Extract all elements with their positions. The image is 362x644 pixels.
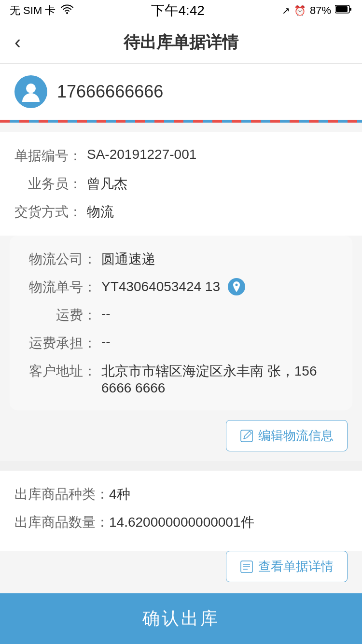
page-title: 待出库单据详情 bbox=[124, 31, 238, 54]
tracking-number: YT43064053424 13 bbox=[101, 279, 220, 294]
tracking-location-icon[interactable] bbox=[228, 278, 245, 295]
edit-logistics-button[interactable]: 编辑物流信息 bbox=[226, 420, 348, 451]
view-details-button[interactable]: 查看单据详情 bbox=[226, 551, 348, 582]
back-button[interactable]: ‹ bbox=[14, 31, 21, 53]
delivery-method-label: 交货方式： bbox=[14, 203, 82, 221]
freight-bearer-label: 运费承担： bbox=[24, 334, 97, 352]
order-number-label: 单据编号： bbox=[14, 147, 82, 165]
customer-phone: 17666666666 bbox=[57, 82, 163, 102]
freight-value: -- bbox=[101, 306, 338, 322]
staff-label: 业务员： bbox=[14, 175, 82, 193]
location-status-icon: ↗ bbox=[282, 5, 290, 16]
confirm-button-label: 确认出库 bbox=[142, 607, 220, 630]
wifi-icon bbox=[60, 4, 74, 17]
tracking-row: 物流单号： YT43064053424 13 bbox=[24, 278, 338, 296]
edit-logistics-label: 编辑物流信息 bbox=[258, 427, 334, 444]
address-row: 客户地址： 北京市市辖区海淀区永丰南 张，156 6666 6666 bbox=[24, 362, 338, 396]
tracking-value-wrap: YT43064053424 13 bbox=[101, 278, 338, 295]
tracking-label: 物流单号： bbox=[24, 278, 97, 296]
logistics-company-row: 物流公司： 圆通速递 bbox=[24, 250, 338, 268]
delivery-method-value: 物流 bbox=[87, 203, 348, 221]
address-label: 客户地址： bbox=[24, 362, 97, 380]
order-info-section: 单据编号： SA-20191227-001 业务员： 曾凡杰 交货方式： 物流 bbox=[0, 132, 362, 236]
dashed-divider bbox=[0, 120, 362, 123]
svg-rect-2 bbox=[336, 6, 348, 12]
svg-rect-1 bbox=[349, 8, 351, 11]
svg-point-3 bbox=[26, 84, 36, 93]
goods-types-row: 出库商品种类： 4种 bbox=[14, 485, 348, 504]
avatar bbox=[14, 75, 47, 108]
logistics-card: 物流公司： 圆通速递 物流单号： YT43064053424 13 运费： --… bbox=[10, 236, 352, 410]
battery-icon bbox=[335, 4, 352, 17]
logistics-company-value: 圆通速递 bbox=[101, 250, 338, 268]
goods-quantity-value: 14.620000000000001件 bbox=[109, 513, 254, 532]
goods-quantity-label: 出库商品数量： bbox=[14, 513, 109, 532]
alarm-icon: ⏰ bbox=[294, 5, 306, 16]
address-value: 北京市市辖区海淀区永丰南 张，156 6666 6666 bbox=[101, 362, 338, 396]
svg-point-4 bbox=[236, 284, 238, 286]
nav-bar: ‹ 待出库单据详情 bbox=[0, 21, 362, 64]
status-right: ↗ ⏰ 87% bbox=[282, 4, 352, 17]
goods-types-label: 出库商品种类： bbox=[14, 485, 109, 504]
freight-bearer-row: 运费承担： -- bbox=[24, 334, 338, 352]
order-number-row: 单据编号： SA-20191227-001 bbox=[14, 147, 348, 165]
status-bar: 无 SIM 卡 下午4:42 ↗ ⏰ 87% bbox=[0, 0, 362, 21]
view-details-label: 查看单据详情 bbox=[258, 558, 334, 575]
logistics-company-label: 物流公司： bbox=[24, 250, 97, 268]
customer-header: 17666666666 bbox=[0, 64, 362, 120]
goods-section: 出库商品种类： 4种 出库商品数量： 14.620000000000001件 bbox=[0, 471, 362, 551]
section-divider bbox=[0, 461, 362, 471]
battery-level: 87% bbox=[310, 4, 331, 17]
status-left: 无 SIM 卡 bbox=[10, 3, 74, 18]
freight-label: 运费： bbox=[24, 306, 97, 324]
order-number-value: SA-20191227-001 bbox=[87, 147, 348, 162]
freight-row: 运费： -- bbox=[24, 306, 338, 324]
freight-bearer-value: -- bbox=[101, 334, 338, 350]
view-details-wrap: 查看单据详情 bbox=[0, 551, 362, 597]
edit-logistics-wrap: 编辑物流信息 bbox=[0, 420, 362, 461]
carrier-label: 无 SIM 卡 bbox=[10, 3, 56, 18]
delivery-method-row: 交货方式： 物流 bbox=[14, 203, 348, 221]
status-time: 下午4:42 bbox=[151, 1, 205, 20]
goods-types-value: 4种 bbox=[109, 485, 130, 504]
staff-row: 业务员： 曾凡杰 bbox=[14, 175, 348, 193]
goods-quantity-row: 出库商品数量： 14.620000000000001件 bbox=[14, 513, 348, 532]
confirm-button-wrap[interactable]: 确认出库 bbox=[0, 593, 362, 644]
staff-value: 曾凡杰 bbox=[87, 175, 348, 193]
